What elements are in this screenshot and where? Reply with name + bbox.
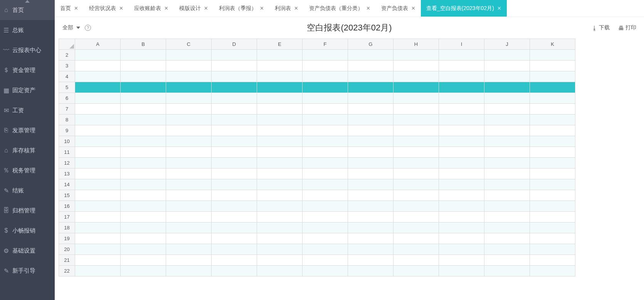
cell-E14[interactable]: [257, 179, 303, 190]
sidebar-item-expense[interactable]: $小畅报销: [0, 221, 55, 241]
cell-E13[interactable]: [257, 169, 303, 179]
cell-F11[interactable]: [303, 147, 348, 158]
row-header-18[interactable]: 18: [59, 222, 75, 233]
cell-J22[interactable]: [484, 266, 530, 276]
cell-A9[interactable]: [75, 125, 121, 136]
cell-D5[interactable]: [212, 82, 257, 93]
cell-F20[interactable]: [303, 244, 348, 255]
cell-D3[interactable]: [212, 61, 257, 71]
cell-D9[interactable]: [212, 125, 257, 136]
cell-I15[interactable]: [439, 190, 484, 201]
cell-F21[interactable]: [303, 255, 348, 266]
cell-C16[interactable]: [166, 201, 212, 212]
cell-D21[interactable]: [212, 255, 257, 266]
cell-K21[interactable]: [530, 255, 575, 266]
cell-J16[interactable]: [484, 201, 530, 212]
cell-G7[interactable]: [348, 104, 393, 115]
cell-J18[interactable]: [484, 222, 530, 233]
cell-C12[interactable]: [166, 158, 212, 169]
cell-B19[interactable]: [121, 233, 166, 244]
cell-I20[interactable]: [439, 244, 484, 255]
cell-B7[interactable]: [121, 104, 166, 115]
cell-B17[interactable]: [121, 212, 166, 222]
cell-E3[interactable]: [257, 61, 303, 71]
cell-J4[interactable]: [484, 71, 530, 82]
cell-H8[interactable]: [393, 115, 439, 125]
cell-A2[interactable]: [75, 50, 121, 61]
cell-J10[interactable]: [484, 136, 530, 147]
cell-D12[interactable]: [212, 158, 257, 169]
sidebar-item-home[interactable]: ⌂首页: [0, 0, 55, 20]
cell-D22[interactable]: [212, 266, 257, 276]
cell-D17[interactable]: [212, 212, 257, 222]
column-header-B[interactable]: B: [121, 39, 166, 50]
cell-F12[interactable]: [303, 158, 348, 169]
close-icon[interactable]: ✕: [119, 5, 123, 11]
cell-J14[interactable]: [484, 179, 530, 190]
cell-G4[interactable]: [348, 71, 393, 82]
cell-E17[interactable]: [257, 212, 303, 222]
cell-B3[interactable]: [121, 61, 166, 71]
column-header-K[interactable]: K: [530, 39, 575, 50]
cell-C3[interactable]: [166, 61, 212, 71]
cell-J8[interactable]: [484, 115, 530, 125]
row-header-11[interactable]: 11: [59, 147, 75, 158]
cell-B6[interactable]: [121, 93, 166, 104]
cell-E8[interactable]: [257, 115, 303, 125]
cell-H14[interactable]: [393, 179, 439, 190]
cell-E10[interactable]: [257, 136, 303, 147]
cell-F5[interactable]: [303, 82, 348, 93]
cell-K8[interactable]: [530, 115, 575, 125]
cell-A22[interactable]: [75, 266, 121, 276]
row-header-14[interactable]: 14: [59, 179, 75, 190]
cell-I18[interactable]: [439, 222, 484, 233]
cell-A14[interactable]: [75, 179, 121, 190]
cell-D15[interactable]: [212, 190, 257, 201]
cell-K2[interactable]: [530, 50, 575, 61]
cell-K22[interactable]: [530, 266, 575, 276]
row-header-10[interactable]: 10: [59, 136, 75, 147]
cell-I19[interactable]: [439, 233, 484, 244]
row-header-3[interactable]: 3: [59, 61, 75, 71]
cell-C10[interactable]: [166, 136, 212, 147]
row-header-22[interactable]: 22: [59, 266, 75, 276]
column-header-E[interactable]: E: [257, 39, 303, 50]
close-icon[interactable]: ✕: [294, 5, 298, 11]
cell-B22[interactable]: [121, 266, 166, 276]
cell-I16[interactable]: [439, 201, 484, 212]
cell-A17[interactable]: [75, 212, 121, 222]
cell-B2[interactable]: [121, 50, 166, 61]
cell-K13[interactable]: [530, 169, 575, 179]
cell-I3[interactable]: [439, 61, 484, 71]
close-icon[interactable]: ✕: [164, 5, 168, 11]
cell-G5[interactable]: [348, 82, 393, 93]
sidebar-item-ledger[interactable]: ☰总账: [0, 20, 55, 40]
cell-J7[interactable]: [484, 104, 530, 115]
cell-F15[interactable]: [303, 190, 348, 201]
cell-B14[interactable]: [121, 179, 166, 190]
column-header-J[interactable]: J: [484, 39, 530, 50]
cell-J21[interactable]: [484, 255, 530, 266]
cell-H19[interactable]: [393, 233, 439, 244]
cell-E4[interactable]: [257, 71, 303, 82]
cell-F7[interactable]: [303, 104, 348, 115]
cell-D11[interactable]: [212, 147, 257, 158]
cell-C7[interactable]: [166, 104, 212, 115]
tab-1[interactable]: 经营状况表✕: [84, 0, 129, 17]
cell-C4[interactable]: [166, 71, 212, 82]
cell-J11[interactable]: [484, 147, 530, 158]
cell-H9[interactable]: [393, 125, 439, 136]
cell-D19[interactable]: [212, 233, 257, 244]
cell-J19[interactable]: [484, 233, 530, 244]
row-header-13[interactable]: 13: [59, 169, 75, 179]
cell-C11[interactable]: [166, 147, 212, 158]
cell-A8[interactable]: [75, 115, 121, 125]
row-header-12[interactable]: 12: [59, 158, 75, 169]
cell-E9[interactable]: [257, 125, 303, 136]
cell-H22[interactable]: [393, 266, 439, 276]
cell-F3[interactable]: [303, 61, 348, 71]
cell-G14[interactable]: [348, 179, 393, 190]
cell-H7[interactable]: [393, 104, 439, 115]
cell-C21[interactable]: [166, 255, 212, 266]
cell-B4[interactable]: [121, 71, 166, 82]
